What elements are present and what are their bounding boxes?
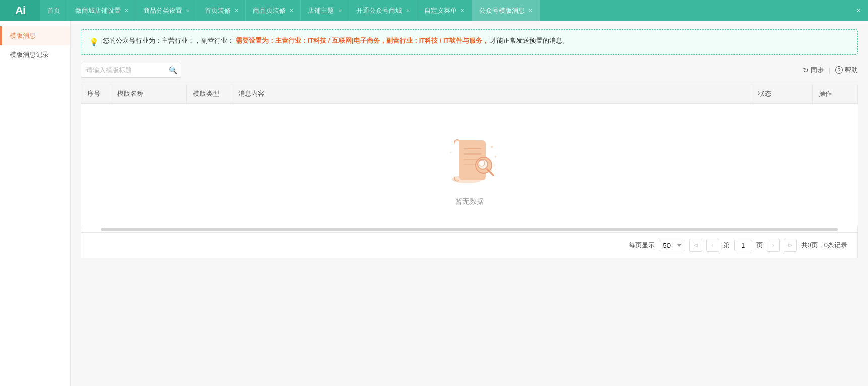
search-left: 🔍 xyxy=(81,63,181,78)
content-area: 💡 您的公众号行业为：主营行业：，副营行业： 需要设置为：主营行业：IT科技 /… xyxy=(71,21,868,386)
tab-label-category-settings: 商品分类设置 xyxy=(143,6,182,15)
tab-label-home: 首页 xyxy=(47,6,60,15)
empty-illustration: ✦ ✦ ✦ xyxy=(439,134,500,189)
help-icon: ? xyxy=(835,66,843,74)
scrollbar-track xyxy=(101,228,838,231)
next-page-button[interactable]: › xyxy=(767,239,780,252)
tab-label-open-mall: 开通公众号商城 xyxy=(356,6,402,15)
tab-category-settings[interactable]: 商品分类设置× xyxy=(136,0,197,21)
global-close-button[interactable]: × xyxy=(849,6,868,15)
search-right: ↻ 同步 | ? 帮助 xyxy=(803,66,858,75)
tab-close-category-settings[interactable]: × xyxy=(186,8,190,14)
sidebar-item-template-message[interactable]: 模版消息 xyxy=(0,26,70,45)
tab-label-home-decoration: 首页装修 xyxy=(205,6,231,15)
svg-point-7 xyxy=(479,160,485,166)
tab-close-custom-menu[interactable]: × xyxy=(461,8,464,14)
page-suffix: 页 xyxy=(756,241,763,250)
tab-open-mall[interactable]: 开通公众号商城× xyxy=(349,0,417,21)
search-input-wrap: 🔍 xyxy=(81,63,181,78)
last-page-button[interactable]: ⊳ xyxy=(784,239,797,252)
bulb-icon: 💡 xyxy=(89,36,99,48)
sync-button[interactable]: ↻ 同步 xyxy=(803,66,824,75)
notice-highlight: 需要设置为：主营行业：IT科技 / 互联网|电子商务，副营行业：IT科技 / I… xyxy=(236,37,489,44)
tab-label-custom-menu: 自定义菜单 xyxy=(424,6,457,15)
top-nav: Ai 首页微商城店铺设置×商品分类设置×首页装修×商品页装修×店铺主题×开通公众… xyxy=(0,0,868,21)
tab-close-shop-settings[interactable]: × xyxy=(125,8,128,14)
tab-close-home-decoration[interactable]: × xyxy=(235,8,238,14)
svg-text:✦: ✦ xyxy=(490,144,494,150)
sidebar: 模版消息模版消息记录 xyxy=(0,21,71,386)
sync-label: 同步 xyxy=(811,66,824,75)
tab-home-decoration[interactable]: 首页装修× xyxy=(197,0,246,21)
notice-text: 您的公众号行业为：主营行业：，副营行业： 需要设置为：主营行业：IT科技 / 互… xyxy=(103,36,569,46)
per-page-label: 每页显示 xyxy=(629,241,655,250)
tab-template-message[interactable]: 公众号模版消息× xyxy=(472,0,540,21)
sidebar-item-template-message-log[interactable]: 模版消息记录 xyxy=(0,45,70,64)
help-label: 帮助 xyxy=(845,66,858,75)
col-header-type: 模版类型 xyxy=(187,84,232,104)
tab-shop-settings[interactable]: 微商城店铺设置× xyxy=(68,0,136,21)
help-button[interactable]: ? 帮助 xyxy=(835,66,858,75)
tab-label-template-message: 公众号模版消息 xyxy=(479,6,525,15)
table-header-row: 序号模版名称模版类型消息内容状态操作 xyxy=(81,84,858,104)
tab-shop-theme[interactable]: 店铺主题× xyxy=(301,0,349,21)
tab-label-product-decoration: 商品页装修 xyxy=(253,6,286,15)
svg-text:✦: ✦ xyxy=(494,155,497,159)
pagination-bar: 每页显示 50 10 20 100 ⊲ ‹ 第 页 › ⊳ 共0页，0条记录 xyxy=(81,233,858,258)
scrollbar-area[interactable] xyxy=(81,226,858,233)
total-text: 共0页，0条记录 xyxy=(801,241,847,250)
divider: | xyxy=(829,66,830,74)
col-header-action: 操作 xyxy=(813,84,858,104)
search-icon[interactable]: 🔍 xyxy=(169,66,177,74)
tab-label-shop-settings: 微商城店铺设置 xyxy=(75,6,121,15)
col-header-status: 状态 xyxy=(752,84,813,104)
search-input[interactable] xyxy=(81,63,181,78)
col-header-name: 模版名称 xyxy=(111,84,187,104)
tab-close-product-decoration[interactable]: × xyxy=(290,8,293,14)
notice-bar: 💡 您的公众号行业为：主营行业：，副营行业： 需要设置为：主营行业：IT科技 /… xyxy=(81,29,858,55)
data-table: 序号模版名称模版类型消息内容状态操作 xyxy=(81,84,858,104)
tab-close-shop-theme[interactable]: × xyxy=(338,8,342,14)
prev-page-button[interactable]: ‹ xyxy=(706,239,719,252)
sync-icon: ↻ xyxy=(803,66,809,74)
brand-logo: Ai xyxy=(0,0,40,21)
first-page-button[interactable]: ⊲ xyxy=(689,239,702,252)
main-layout: 模版消息模版消息记录 💡 您的公众号行业为：主营行业：，副营行业： 需要设置为：… xyxy=(0,21,868,386)
tab-custom-menu[interactable]: 自定义菜单× xyxy=(417,0,472,21)
tab-home[interactable]: 首页 xyxy=(40,0,68,21)
search-bar: 🔍 ↻ 同步 | ? 帮助 xyxy=(81,63,858,78)
tab-label-shop-theme: 店铺主题 xyxy=(308,6,334,15)
per-page-select[interactable]: 50 10 20 100 xyxy=(659,240,685,251)
tab-close-open-mall[interactable]: × xyxy=(406,8,410,14)
svg-text:✦: ✦ xyxy=(449,151,452,155)
current-page-input[interactable] xyxy=(734,240,752,251)
tab-product-decoration[interactable]: 商品页装修× xyxy=(246,0,301,21)
col-header-index: 序号 xyxy=(81,84,111,104)
empty-state: ✦ ✦ ✦ 暂无数据 xyxy=(81,104,858,226)
tab-close-template-message[interactable]: × xyxy=(529,8,532,14)
tab-bar: 首页微商城店铺设置×商品分类设置×首页装修×商品页装修×店铺主题×开通公众号商城… xyxy=(40,0,849,21)
col-header-content: 消息内容 xyxy=(232,84,752,104)
empty-text: 暂无数据 xyxy=(455,197,484,206)
page-label: 第 xyxy=(723,241,730,250)
